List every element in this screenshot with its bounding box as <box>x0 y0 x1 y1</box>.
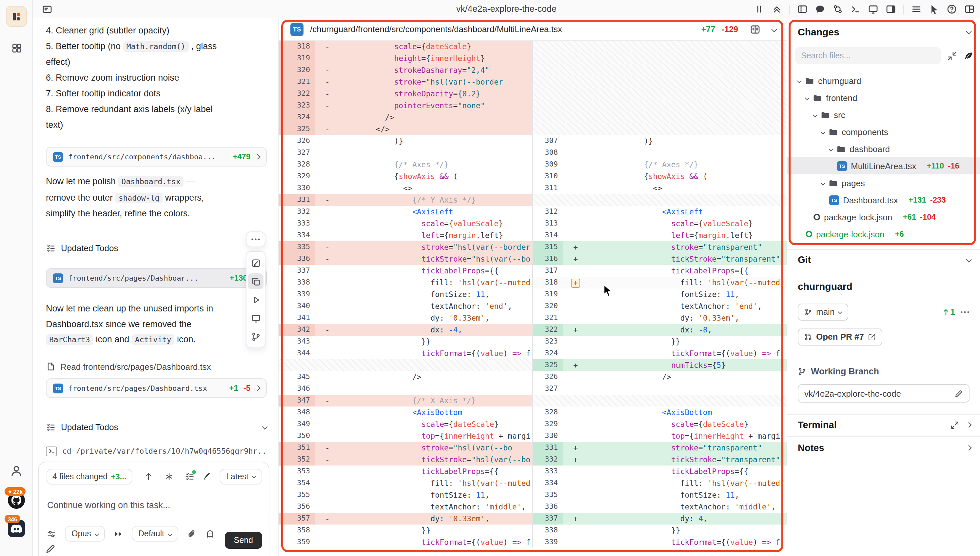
diff-row[interactable]: 355 fontSize: 11,335 fontSize: 11, <box>279 489 786 501</box>
collapse-up-icon[interactable] <box>772 4 782 15</box>
version-dropdown[interactable]: Latest <box>220 469 262 484</box>
diff-row[interactable]: 328 {/* Axes */}309 {/* Axes */} <box>279 159 786 170</box>
diff-row[interactable]: 326 )}307 )} <box>279 135 786 147</box>
diff-row[interactable]: 342- dx: -4,322+ dx: -8, <box>279 324 786 336</box>
notes-section-header[interactable]: Notes <box>787 439 980 457</box>
diff-row[interactable]: 337 tickLabelProps={{317 tickLabelProps=… <box>279 265 786 277</box>
copy-icon[interactable] <box>248 273 263 289</box>
diff-row[interactable]: 348 <AxisBottom328 <AxisBottom <box>279 407 786 418</box>
diff-row[interactable]: 322- strokeOpacity={0.2} <box>279 88 786 100</box>
diff-row[interactable]: 343 }}323 }} <box>279 336 786 348</box>
diff-row[interactable]: 331- {/* Y Axis */} <box>279 194 786 206</box>
expand-icon[interactable] <box>951 420 959 429</box>
message-input[interactable]: Continue working on this task... <box>47 500 170 510</box>
diff-row[interactable]: 327308 <box>279 147 786 159</box>
model-dropdown[interactable]: Opus <box>65 526 105 541</box>
files-changed-chip[interactable]: 4 files changed +3... <box>47 469 132 484</box>
changes-section-header[interactable]: Changes <box>787 24 980 39</box>
updated-todos-row[interactable]: Updated Todos <box>46 420 267 433</box>
diff-row[interactable]: 325- </> <box>279 123 786 135</box>
diff-row[interactable]: 358 }}338 }} <box>279 525 786 536</box>
account-icon[interactable] <box>10 464 23 477</box>
edit-icon[interactable] <box>248 255 263 271</box>
tree-file-MultiLineArea.tsx[interactable]: TSMultiLineArea.tsx+110-16 <box>787 157 980 175</box>
tree-file-package-lock.json[interactable]: package-lock.json+6 <box>787 226 980 242</box>
diff-row[interactable]: 338 fill: 'hsl(var(--muted318+ fill: 'hs… <box>279 277 786 288</box>
tree-folder-pages[interactable]: pages <box>787 175 980 191</box>
add-comment-button[interactable]: + <box>571 278 580 288</box>
git-compare-icon[interactable] <box>833 4 843 15</box>
diff-row[interactable]: 340 textAnchor: 'end',320 textAnchor: 'e… <box>279 300 786 312</box>
diff-row[interactable]: 321- stroke="hsl(var(--border <box>279 76 786 88</box>
pointer-icon[interactable] <box>929 4 940 15</box>
layout-icon[interactable] <box>964 4 975 15</box>
diff-row[interactable]: 319- height={innerHeight} <box>279 52 786 64</box>
compose-pencil-icon[interactable] <box>45 543 56 554</box>
diff-row[interactable]: 335- stroke="hsl(var(--border315+ stroke… <box>279 241 786 253</box>
collapse-tree-icon[interactable] <box>947 51 957 61</box>
diff-row[interactable]: 336- tickStroke="hsl(var(--bo316+ tickSt… <box>279 253 786 265</box>
sparkle-icon[interactable] <box>165 472 174 481</box>
diff-row[interactable]: 318- scale={dateScale} <box>279 40 786 52</box>
file-change-chip[interactable]: TS frontend/src/components/dashboa... +4… <box>46 147 267 166</box>
tree-file-package-lock.json[interactable]: package-lock.json+61-104 <box>787 208 980 226</box>
diff-row[interactable]: 323- pointerEvents="none" <box>279 100 786 112</box>
chevron-down-icon[interactable] <box>772 27 777 32</box>
tree-folder-dashboard[interactable]: dashboard <box>787 140 980 157</box>
read-file-row[interactable]: Read frontend/src/pages/Dashboard.tsx <box>46 360 267 373</box>
diff-row[interactable]: 341 dy: '0.33em',321 dy: '0.33em', <box>279 312 786 324</box>
tree-folder-frontend[interactable]: frontend <box>787 89 980 106</box>
diff-row[interactable]: 324- /> <box>279 112 786 123</box>
file-change-chip[interactable]: TS frontend/src/pages/Dashboard.tsx +1 -… <box>46 378 267 398</box>
attachment-icon[interactable] <box>187 529 196 538</box>
branch-selector[interactable]: main <box>798 303 848 320</box>
diff-row[interactable]: 334 left={margin.left}314 left={margin.l… <box>279 230 786 241</box>
monitor-icon[interactable] <box>248 310 263 326</box>
ghost-icon[interactable] <box>205 529 215 538</box>
panel-right-icon[interactable] <box>886 4 896 15</box>
more-options-button[interactable] <box>246 231 265 247</box>
run-icon[interactable] <box>248 292 263 307</box>
diff-row[interactable]: 354 fill: 'hsl(var(--muted334 fill: 'hsl… <box>279 477 786 489</box>
diff-row[interactable]: 333 scale={valueScale}313 scale={valueSc… <box>279 218 786 230</box>
chevron-down-icon[interactable] <box>262 424 268 430</box>
settings-sliders-icon[interactable] <box>47 529 57 538</box>
file-change-chip[interactable]: TS frontend/src/pages/Dashboar... +130 -… <box>46 268 267 288</box>
diff-row[interactable]: 356 textAnchor: 'middle',336 textAnchor:… <box>279 501 786 513</box>
diff-row[interactable]: 350 top={innerHeight + margi330 top={inn… <box>279 430 786 442</box>
diff-view-toggle-icon[interactable] <box>750 24 760 34</box>
fast-forward-icon[interactable] <box>113 529 123 538</box>
tree-folder-src[interactable]: src <box>787 106 980 123</box>
monitor-icon[interactable] <box>868 4 878 15</box>
diff-row[interactable]: 359 tickFormat={(value) => f339 tickForm… <box>279 536 786 548</box>
diff-row[interactable]: 325+ numTicks={5} <box>279 359 786 371</box>
diff-row[interactable]: 320- strokeDasharray="2,4" <box>279 64 786 76</box>
pause-icon[interactable] <box>754 4 764 15</box>
diff-row[interactable]: 339 fontSize: 11,319 fontSize: 11, <box>279 288 786 300</box>
open-pr-button[interactable]: Open PR #7 <box>798 328 882 345</box>
diff-row[interactable]: 353 tickLabelProps={{333 tickLabelProps=… <box>279 465 786 477</box>
chevron-right-icon[interactable] <box>966 422 972 428</box>
more-options-icon[interactable] <box>960 310 970 313</box>
search-input[interactable] <box>795 47 941 64</box>
terminal-command-row[interactable]: cd /private/var/folders/10/h7w0q46556ggr… <box>46 444 267 457</box>
branch-icon[interactable] <box>248 328 263 344</box>
tree-file-Dashboard.tsx[interactable]: TSDashboard.tsx+131-233 <box>787 191 980 208</box>
diff-row[interactable]: 351- stroke="hsl(var(--bo331+ stroke="tr… <box>279 442 786 454</box>
grid-view-icon[interactable] <box>6 37 27 58</box>
diff-row[interactable]: 330 <>311 <> <box>279 182 786 194</box>
diff-row[interactable]: 347- {/* X Axis */} <box>279 395 786 407</box>
todos-status-icon[interactable] <box>185 472 195 481</box>
scroll-up-button[interactable] <box>144 472 153 481</box>
updated-todos-row[interactable]: Updated Todos <box>46 241 267 254</box>
diff-row[interactable]: 352- tickStroke="hsl(var(--bo332+ tickSt… <box>279 454 786 465</box>
mode-dropdown[interactable]: Default <box>132 526 178 541</box>
diff-row[interactable]: 349 scale={dateScale}329 scale={dateScal… <box>279 418 786 430</box>
diff-row[interactable]: 332 <AxisLeft312 <AxisLeft <box>279 206 786 218</box>
send-button[interactable]: Send <box>225 532 262 549</box>
diff-row[interactable]: 329 {showAxis && (310 {showAxis && ( <box>279 170 786 182</box>
terminal-section-header[interactable]: Terminal <box>787 416 980 434</box>
app-logo[interactable] <box>6 6 27 27</box>
commits-ahead[interactable]: 1 <box>943 307 955 317</box>
pencil-icon[interactable] <box>954 389 963 398</box>
